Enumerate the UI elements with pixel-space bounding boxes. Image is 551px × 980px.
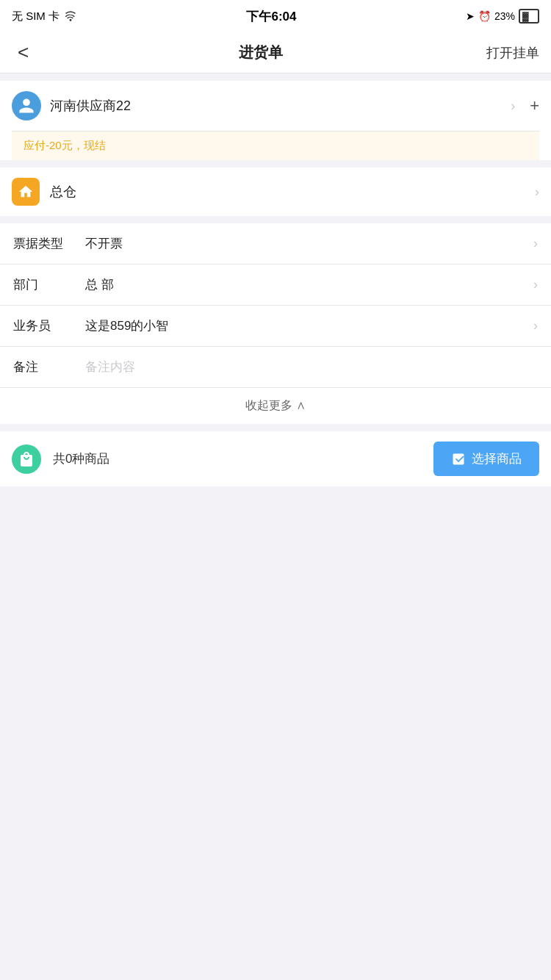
page-background xyxy=(0,486,551,707)
battery-percentage: 23% xyxy=(494,10,515,22)
open-pending-button[interactable]: 打开挂单 xyxy=(486,44,539,62)
invoice-type-arrow-icon: › xyxy=(533,236,538,251)
salesperson-value: 这是859的小智 xyxy=(85,317,533,334)
remark-input[interactable]: 备注内容 xyxy=(85,359,538,375)
back-button[interactable]: < xyxy=(12,38,35,67)
warehouse-row[interactable]: 总仓 › xyxy=(12,167,539,216)
collapse-label: 收起更多 ∧ xyxy=(245,398,305,414)
supplier-arrow-icon: › xyxy=(511,98,515,114)
form-section: 票据类型 不开票 › 部门 总 部 › 业务员 这是859的小智 › 备注 备注… xyxy=(0,223,551,387)
product-count-text: 共0种商品 xyxy=(53,450,422,467)
status-time: 下午6:04 xyxy=(246,8,296,25)
page-title: 进货单 xyxy=(239,43,283,62)
product-bag-icon xyxy=(12,444,41,474)
salesperson-row[interactable]: 业务员 这是859的小智 › xyxy=(0,306,551,347)
wifi-icon xyxy=(64,11,77,21)
notice-text: 应付-20元，现结 xyxy=(24,139,106,151)
supplier-section: 河南供应商22 › + 应付-20元，现结 xyxy=(0,81,551,160)
battery-icon: ▓ xyxy=(519,9,539,24)
supplier-row[interactable]: 河南供应商22 › + xyxy=(12,81,539,131)
add-supplier-button[interactable]: + xyxy=(530,96,539,115)
person-icon xyxy=(18,97,35,115)
warehouse-icon xyxy=(12,178,40,206)
warehouse-name: 总仓 xyxy=(50,183,535,201)
supplier-name: 河南供应商22 xyxy=(50,97,511,115)
divider-1 xyxy=(0,73,551,81)
supplier-avatar xyxy=(12,91,41,120)
salesperson-arrow-icon: › xyxy=(533,318,538,334)
department-value: 总 部 xyxy=(85,276,533,293)
department-arrow-icon: › xyxy=(533,277,538,292)
warehouse-section[interactable]: 总仓 › xyxy=(0,167,551,216)
select-product-label: 选择商品 xyxy=(472,450,522,467)
alarm-icon: ⏰ xyxy=(478,10,491,22)
invoice-type-label: 票据类型 xyxy=(13,235,79,252)
remark-label: 备注 xyxy=(13,359,79,375)
home-icon xyxy=(18,184,34,200)
collapse-button[interactable]: 收起更多 ∧ xyxy=(0,387,551,424)
status-carrier: 无 SIM 卡 xyxy=(12,10,77,24)
select-product-icon xyxy=(451,452,466,466)
nav-bar: < 进货单 打开挂单 xyxy=(0,32,551,73)
salesperson-label: 业务员 xyxy=(13,317,79,334)
warehouse-arrow-icon: › xyxy=(535,184,539,200)
status-indicators: ➤ ⏰ 23% ▓ xyxy=(466,9,539,24)
select-product-button[interactable]: 选择商品 xyxy=(433,442,539,476)
status-bar: 无 SIM 卡 下午6:04 ➤ ⏰ 23% ▓ xyxy=(0,0,551,32)
invoice-type-value: 不开票 xyxy=(85,235,533,252)
location-icon: ➤ xyxy=(466,10,475,22)
bag-icon xyxy=(18,450,35,468)
department-label: 部门 xyxy=(13,276,79,293)
department-row[interactable]: 部门 总 部 › xyxy=(0,264,551,306)
carrier-text: 无 SIM 卡 xyxy=(12,10,60,24)
back-icon: < xyxy=(18,41,29,63)
invoice-type-row[interactable]: 票据类型 不开票 › xyxy=(0,223,551,264)
remark-row[interactable]: 备注 备注内容 xyxy=(0,347,551,387)
notice-row: 应付-20元，现结 xyxy=(12,131,539,160)
bottom-section: 共0种商品 选择商品 xyxy=(0,431,551,486)
